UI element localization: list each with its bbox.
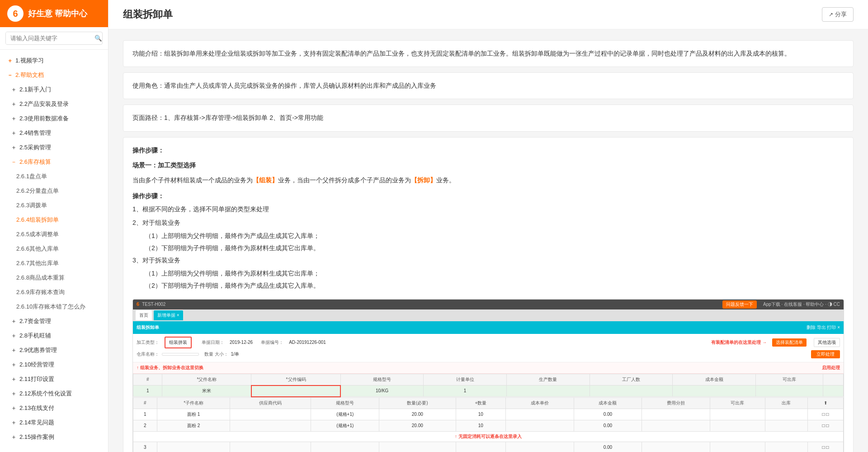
sidebar-leaf-2610[interactable]: 2.6.10库存账本错了怎么办 <box>0 300 108 314</box>
intro-card: 功能介绍：组装拆卸单用来处理企业组装或拆卸等加工业务，支持有固定装配清单的产品加… <box>123 40 854 67</box>
td-b-avail3 <box>710 442 765 452</box>
sidebar-leaf-269[interactable]: 2.6.9库存账本查询 <box>0 285 108 300</box>
ops-title: 操作步骤： <box>132 192 164 200</box>
sidebar-item-s28[interactable]: ＋ 2.8手机旺辅 <box>0 328 108 343</box>
th-parent-name: *父件名称 <box>162 374 251 385</box>
sidebar-item-s215[interactable]: ＋ 2.15操作案例 <box>0 430 108 444</box>
td-b-ucost3 <box>505 442 574 452</box>
sidebar-leaf-265[interactable]: 2.6.5成本调整单 <box>0 227 108 242</box>
sidebar-sub-label: 2.9优惠券管理 <box>19 346 57 354</box>
sidebar-item-s24[interactable]: ＋ 2.4销售管理 <box>0 126 108 140</box>
td-b-qty2: 20.00 <box>379 420 456 431</box>
sidebar-leaf-267[interactable]: 2.6.7其他出库单 <box>0 256 108 271</box>
plus-icon: ＋ <box>11 100 17 108</box>
share-label: 分享 <box>835 10 847 19</box>
screenshot: 6 TEST-H002 问题反馈一下 App下载 · 在线客服 · 帮助中心 ·… <box>132 299 844 452</box>
nav-leaves-s26: 2.6.1盘点单 2.6.2分量盘点单 2.6.3调拨单 2.6.4组装拆卸单 … <box>0 169 108 314</box>
sidebar-item-docs[interactable]: － 2.帮助文档 <box>0 68 108 82</box>
ss-assembly-btn[interactable]: 选择装配清单 <box>772 338 807 347</box>
app-title: 好生意 帮助中心 <box>28 8 87 19</box>
step-1: 1、根据不同的业务，选择不同单据的类型来处理 <box>132 204 844 215</box>
td-b-spec: (规格+1) <box>311 409 379 420</box>
sidebar-sub-label: 2.5采购管理 <box>19 143 51 152</box>
logo-icon: 6 <box>7 5 24 22</box>
sidebar-item-s210[interactable]: ＋ 2.10经营管理 <box>0 357 108 372</box>
plus-icon: ＋ <box>11 433 17 441</box>
th-avail: 可出库 <box>755 374 823 385</box>
td-b-spec3 <box>311 442 379 452</box>
ss-label-ref: 单据编号： <box>261 338 283 347</box>
sidebar-leaf-264[interactable]: 2.6.4组装拆卸单 <box>0 213 108 227</box>
sidebar-item-s29[interactable]: ＋ 2.9优惠券管理 <box>0 343 108 357</box>
ss-confirm-btn[interactable]: 立即处理 <box>811 350 840 358</box>
td-cost <box>673 385 756 397</box>
sidebar-item-s26[interactable]: － 2.6库存核算 <box>0 155 108 169</box>
td-b-share3 <box>642 442 710 452</box>
td-b-name: 面粉 1 <box>157 409 230 420</box>
nav-subsections: ＋ 2.1新手入门 ＋ 2.2产品安装及登录 ＋ 2.3使用前数据准备 ＋ 2.… <box>0 82 108 444</box>
th-unit: 计量单位 <box>424 374 507 385</box>
sidebar-item-s213[interactable]: ＋ 2.13在线支付 <box>0 401 108 415</box>
td-b-name2: 面粉 2 <box>157 420 230 431</box>
sidebar-item-s23[interactable]: ＋ 2.3使用前数据准备 <box>0 111 108 126</box>
sidebar-item-video[interactable]: ＋ 1.视频学习 <box>0 53 108 68</box>
minus-icon: － <box>11 158 17 166</box>
td-parent-name: 米米 <box>162 385 251 397</box>
ss-type-select[interactable]: 组装拼装 <box>165 337 192 348</box>
share-icon: ↗ <box>829 11 833 18</box>
sidebar-leaf-262[interactable]: 2.6.2分量盘点单 <box>0 184 108 198</box>
ss-bottom-row-2: 2 面粉 2 (规格+1) 20.00 10 0.00 <box>133 420 844 431</box>
sidebar-leaf-263[interactable]: 2.6.3调拨单 <box>0 198 108 213</box>
steps-title: 操作步骤： <box>132 145 844 156</box>
sidebar-leaf-261[interactable]: 2.6.1盘点单 <box>0 169 108 184</box>
sidebar-item-s212[interactable]: ＋ 2.12系统个性化设置 <box>0 386 108 401</box>
ss-date-val: 2019-12-26 <box>230 338 253 347</box>
sidebar-sub-label: 2.11打印设置 <box>19 375 54 383</box>
th-spec: 规格型号 <box>340 374 424 385</box>
th-b-qty: 数量(必要) <box>379 397 456 409</box>
ss-feedback-btn[interactable]: 问题反馈一下 <box>722 300 757 309</box>
plus-icon: ＋ <box>11 332 17 340</box>
search-button[interactable]: 🔍 <box>91 32 103 44</box>
sidebar-sub-label: 2.13在线支付 <box>19 404 54 412</box>
td-b-cost2: 0.00 <box>574 420 642 431</box>
sidebar-item-s22[interactable]: ＋ 2.2产品安装及登录 <box>0 97 108 111</box>
td-b-sup <box>230 409 311 420</box>
ss-bottom-row-ann: ↑ 无固定消耗可以逐条在这里录入 <box>133 431 844 442</box>
sidebar-sub-label: 2.12系统个性化设置 <box>19 390 72 398</box>
ss-warehouse-input[interactable] <box>162 353 199 356</box>
search-box: 🔍 <box>0 27 108 50</box>
ss-label-type: 加工类型： <box>137 338 159 347</box>
sidebar-item-s21[interactable]: ＋ 2.1新手入门 <box>0 82 108 97</box>
th-b-avail: 可出库 <box>710 397 765 409</box>
td-b-out3 <box>765 442 807 452</box>
sidebar-item-label: 1.视频学习 <box>15 57 44 65</box>
sidebar-sub-label: 2.4销售管理 <box>19 129 51 137</box>
ss-bottom-row-1: 1 面粉 1 (规格+1) 20.00 10 0.00 <box>133 409 844 420</box>
td-b-out2 <box>765 420 807 431</box>
sidebar-item-s25[interactable]: ＋ 2.5采购管理 <box>0 140 108 155</box>
ss-tab-home[interactable]: 首页 <box>136 310 152 320</box>
td-unit: 1 <box>424 385 507 397</box>
search-input-wrapper: 🔍 <box>5 32 103 45</box>
plus-icon: ＋ <box>11 346 17 354</box>
scenario-desc: 当由多个子件材料组装成一个成品的业务为【组装】业务，当由一个父件拆分成多个子产品… <box>132 176 455 184</box>
ss-tab-active-label[interactable]: 新增单据 × <box>154 310 183 320</box>
share-button[interactable]: ↗ 分享 <box>822 7 854 22</box>
ss-form-area: 加工类型： 组装拼装 单据日期： 2019-12-26 单据编号： AD-201… <box>133 334 844 362</box>
th-b-op: ⬆ <box>807 397 843 409</box>
sidebar-sub-label: 2.14常见问题 <box>19 419 54 427</box>
ss-label-qty: 数量 大小： <box>204 350 228 358</box>
steps-card: 操作步骤： 场景一：加工类型选择 当由多个子件材料组装成一个成品的业务为【组装】… <box>123 137 854 452</box>
ss-more-btn[interactable]: 其他选项 <box>814 338 840 347</box>
th-seq: # <box>133 374 162 385</box>
plus-icon: ＋ <box>11 317 17 325</box>
ss-inner-icons: 删除 导出 打印 × <box>807 324 840 332</box>
td-spec: 10/KG <box>340 385 424 397</box>
sidebar-item-s27[interactable]: ＋ 2.7资金管理 <box>0 314 108 328</box>
sidebar-leaf-266[interactable]: 2.6.6其他入库单 <box>0 242 108 256</box>
sidebar-leaf-268[interactable]: 2.6.8商品成本重算 <box>0 271 108 285</box>
sidebar-item-s214[interactable]: ＋ 2.14常见问题 <box>0 415 108 430</box>
sidebar-item-s211[interactable]: ＋ 2.11打印设置 <box>0 372 108 386</box>
search-input[interactable] <box>6 32 91 44</box>
